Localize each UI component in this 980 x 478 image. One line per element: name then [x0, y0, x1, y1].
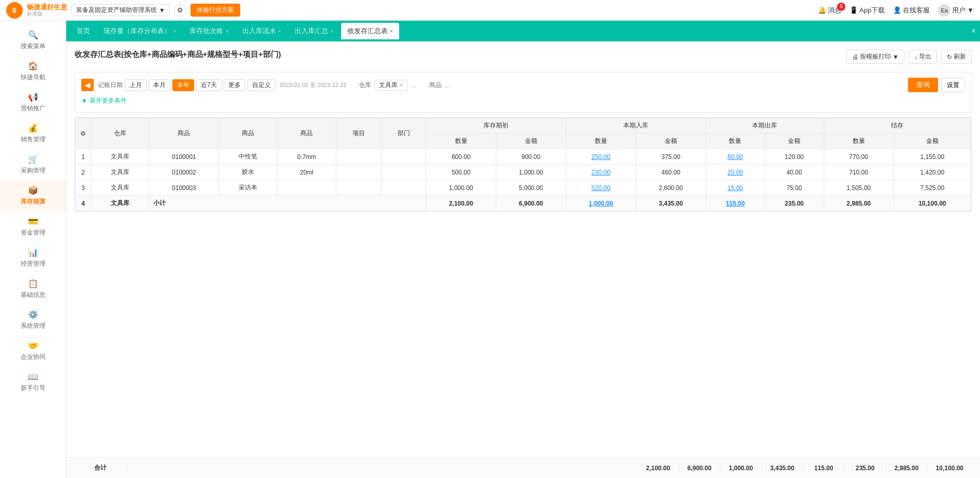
settings-icon[interactable]: ⚙ — [174, 4, 186, 17]
tab-bar-close-btn[interactable]: × — [971, 26, 976, 36]
th-settings[interactable]: ⚙ — [76, 118, 91, 149]
sidebar: 🔍 搜索菜单 🏠 快捷导航 📢 营销推广 💰 销售管理 🛒 采购管理 📦 — [0, 21, 66, 478]
experience-btn[interactable]: 体验行业方案 — [191, 4, 240, 17]
guide-icon: 📖 — [28, 372, 38, 382]
tab-recv-send-close[interactable]: × — [390, 28, 393, 34]
row3-bal-amt: 7,525.00 — [894, 180, 971, 196]
enterprise-icon: 🤝 — [28, 341, 38, 351]
row3-out-qty[interactable]: 15.00 — [706, 180, 765, 196]
sidebar-item-purchase[interactable]: 🛒 采购管理 — [0, 149, 66, 180]
subtotal-bal-amt: 10,100.00 — [894, 196, 971, 211]
th-bal-qty: 数量 — [824, 134, 894, 149]
home-icon: 🏠 — [28, 61, 38, 71]
subtotal-open-qty: 2,100.00 — [426, 196, 496, 211]
row1-spec: 0.7mm — [277, 149, 336, 165]
basic-icon: 📋 — [28, 279, 38, 288]
product-dots[interactable]: ... — [445, 81, 450, 89]
th-group-balance: 结存 — [824, 118, 971, 134]
tab-home[interactable]: 首页 — [70, 23, 96, 39]
row3-in-qty[interactable]: 520.00 — [566, 180, 636, 196]
row3-name: 采访本 — [219, 180, 277, 196]
sidebar-label-system: 系统管理 — [21, 322, 46, 330]
date-btn-more[interactable]: 更多 — [224, 79, 245, 91]
row1-code: 0100001 — [149, 149, 219, 165]
refresh-btn[interactable]: ↻ 刷新 — [941, 50, 972, 64]
row3-out-amt: 75.00 — [765, 180, 824, 196]
export-btn[interactable]: ↓ 导出 — [909, 50, 937, 64]
sidebar-item-guide[interactable]: 📖 新手引导 — [0, 367, 66, 398]
tab-stock-dist-close[interactable]: × — [173, 28, 176, 34]
sidebar-label-basic: 基础信息 — [21, 291, 46, 299]
date-btn-custom[interactable]: 自定义 — [247, 79, 275, 91]
row3-open-qty: 1,000.00 — [426, 180, 496, 196]
print-btn[interactable]: 🖨 按模板打印 ▼ — [846, 50, 904, 64]
th-group-out: 本期出库 — [706, 118, 824, 134]
inventory-icon: 📦 — [28, 185, 38, 195]
tab-batch-close[interactable]: × — [225, 28, 228, 34]
message-btn[interactable]: 🔔 消息 6 — [818, 6, 841, 15]
sidebar-label-inventory: 库存核算 — [21, 197, 46, 206]
tab-inout-flow-close[interactable]: × — [278, 28, 281, 34]
row2-in-qty[interactable]: 230.00 — [566, 165, 636, 180]
expand-conditions-btn[interactable]: ▼ 展开更多条件 — [81, 96, 965, 105]
sidebar-label-sales: 销售管理 — [21, 135, 46, 144]
row1-out-qty[interactable]: 80.00 — [706, 149, 765, 165]
message-bell-icon: 🔔 — [818, 6, 826, 14]
tab-recv-send[interactable]: 收发存汇总表 × — [341, 23, 399, 39]
tab-stock-dist[interactable]: 现存量（库存分布表） × — [97, 23, 182, 39]
date-btn-this-year[interactable]: 本年 — [172, 79, 194, 91]
sidebar-item-quick-nav[interactable]: 🏠 快捷导航 — [0, 56, 66, 87]
sidebar-item-business[interactable]: 📊 经营管理 — [0, 242, 66, 273]
table-settings-icon: ⚙ — [80, 130, 86, 137]
sidebar-item-basic[interactable]: 📋 基础信息 — [0, 273, 66, 305]
sidebar-item-inventory[interactable]: 📦 库存核算 — [0, 180, 66, 211]
sidebar-item-marketing[interactable]: 📢 营销推广 — [0, 87, 66, 118]
sidebar-item-finance[interactable]: 💳 资金管理 — [0, 211, 66, 242]
user-label: 用户 — [952, 6, 966, 15]
date-btn-last-month[interactable]: 上月 — [125, 79, 147, 91]
sidebar-item-search[interactable]: 🔍 搜索菜单 — [0, 25, 66, 56]
app-download-btn[interactable]: 📱 App下载 — [850, 6, 885, 15]
tab-batch[interactable]: 库存批次账 × — [183, 23, 235, 39]
subtotal-in-qty[interactable]: 1,000.00 — [566, 196, 636, 211]
date-btn-7days[interactable]: 近7天 — [196, 79, 222, 91]
query-btn[interactable]: 查询 — [908, 78, 938, 92]
online-service-btn[interactable]: 👤 在线客服 — [893, 6, 930, 15]
tab-inout-flow-label: 出入库流水 — [242, 26, 276, 36]
tab-inout-summary[interactable]: 出入库汇总 × — [288, 23, 340, 39]
user-btn[interactable]: Ea 用户 ▼ — [938, 4, 974, 17]
row2-dept — [381, 165, 426, 180]
warehouse-tag-close[interactable]: × — [400, 82, 403, 88]
row2-in-amt: 460.00 — [636, 165, 706, 180]
subtotal-out-qty[interactable]: 115.00 — [706, 196, 765, 211]
sidebar-label-marketing: 营销推广 — [21, 104, 46, 113]
sidebar-item-enterprise[interactable]: 🤝 企业协同 — [0, 336, 66, 367]
th-group-opening: 库存期初 — [426, 118, 566, 134]
row2-out-qty[interactable]: 20.00 — [706, 165, 765, 180]
row1-open-qty: 600.00 — [426, 149, 496, 165]
filter-toggle-btn[interactable]: ◀ — [81, 79, 94, 91]
row1-out-amt: 120.00 — [765, 149, 824, 165]
tab-inout-summary-close[interactable]: × — [330, 28, 333, 34]
th-open-amt: 金额 — [496, 134, 566, 149]
date-range-display: 2023-01-01 至 2023-12-31 — [280, 81, 347, 89]
row1-in-qty[interactable]: 250.00 — [566, 149, 636, 165]
tab-inout-flow[interactable]: 出入库流水 × — [236, 23, 287, 39]
total-open-amt: 6,900.00 — [679, 465, 721, 472]
export-label: 导出 — [919, 52, 931, 61]
system-name: 装备及固定资产辅助管理系统 — [76, 6, 157, 15]
warehouse-dots[interactable]: ... — [411, 81, 417, 89]
date-btn-this-month[interactable]: 本月 — [149, 79, 170, 91]
sidebar-item-system[interactable]: ⚙️ 系统管理 — [0, 305, 66, 336]
print-icon: 🖨 — [852, 53, 858, 61]
user-dropdown-icon: ▼ — [967, 6, 974, 14]
page-title: 收发存汇总表(按仓库+商品编码+商品+规格型号+项目+部门) — [75, 50, 281, 60]
subtotal-out-amt: 235.00 — [765, 196, 824, 211]
system-selector[interactable]: 装备及固定资产辅助管理系统 ▼ — [71, 4, 170, 16]
sidebar-label-business: 经营管理 — [21, 259, 46, 268]
sidebar-item-sales[interactable]: 💰 销售管理 — [0, 118, 66, 149]
settings-btn[interactable]: 设置 — [941, 78, 965, 92]
subtotal-open-amt: 6,900.00 — [496, 196, 566, 211]
warehouse-filter-label: 仓库 — [359, 81, 371, 90]
table-row: 2 文具库 0100002 胶水 20ml 500.00 1,000.00 23… — [76, 165, 971, 180]
